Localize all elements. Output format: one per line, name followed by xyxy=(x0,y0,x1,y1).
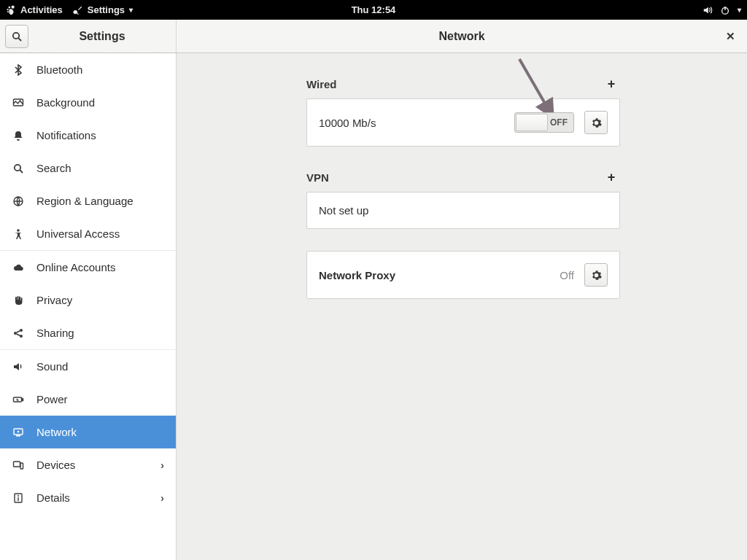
activities-button[interactable]: Activities xyxy=(6,4,63,15)
sidebar-item-online-accounts[interactable]: Online Accounts xyxy=(0,251,176,284)
svg-line-7 xyxy=(18,38,21,41)
sidebar-item-sharing[interactable]: Sharing xyxy=(0,316,176,349)
svg-point-14 xyxy=(20,329,23,332)
bell-icon xyxy=(12,130,25,141)
chevron-down-icon: ▾ xyxy=(129,6,133,14)
app-menu-label: Settings xyxy=(88,4,125,15)
system-menu-chevron-icon[interactable]: ▾ xyxy=(738,6,741,14)
svg-point-6 xyxy=(13,32,19,38)
proxy-card: Network Proxy Off xyxy=(306,251,620,299)
wired-connection-card: 10000 Mb/s OFF xyxy=(306,98,620,147)
sidebar-item-notifications[interactable]: Notifications xyxy=(0,119,176,152)
sidebar-item-power[interactable]: Power xyxy=(0,383,176,416)
speaker-topbar-icon[interactable] xyxy=(703,5,713,15)
titlebar-right: Network ✕ xyxy=(177,30,747,43)
gnome-topbar: Activities Settings ▾ Thu 12:54 ▾ xyxy=(0,0,747,20)
svg-point-24 xyxy=(18,495,19,497)
activities-label: Activities xyxy=(20,4,63,15)
cloud-icon xyxy=(12,262,25,273)
svg-point-3 xyxy=(7,11,9,12)
toggle-off-label: OFF xyxy=(550,117,568,128)
sidebar-item-label: Notifications xyxy=(36,129,96,141)
svg-point-15 xyxy=(20,335,23,338)
svg-rect-25 xyxy=(18,497,18,501)
sidebar-item-label: Power xyxy=(36,393,68,405)
tools-icon xyxy=(73,5,83,15)
plus-icon: + xyxy=(608,77,616,92)
settings-window: Settings Network ✕ BluetoothBackgroundNo… xyxy=(0,20,747,560)
sidebar-item-sound[interactable]: Sound xyxy=(0,350,176,383)
svg-point-12 xyxy=(17,229,20,232)
devices-icon xyxy=(12,459,25,471)
sidebar-item-label: Network xyxy=(36,426,77,438)
info-icon xyxy=(12,492,25,504)
background-icon xyxy=(12,97,25,109)
svg-point-20 xyxy=(18,430,20,432)
sidebar-item-label: Bluetooth xyxy=(36,63,82,76)
sidebar-item-network[interactable]: Network xyxy=(0,416,176,448)
sidebar-item-bluetooth[interactable]: Bluetooth xyxy=(0,53,176,86)
sidebar-item-search[interactable]: Search xyxy=(0,152,176,184)
gear-icon xyxy=(591,270,602,281)
svg-rect-21 xyxy=(14,462,20,467)
main-content: Wired + 10000 Mb/s OFF xyxy=(177,53,747,560)
search-icon xyxy=(12,163,25,174)
wired-section-header: Wired + xyxy=(306,75,620,93)
proxy-settings-button[interactable] xyxy=(584,263,608,287)
wired-toggle[interactable]: OFF xyxy=(514,112,574,133)
gear-icon xyxy=(591,117,602,128)
add-vpn-button[interactable]: + xyxy=(603,168,620,186)
close-icon: ✕ xyxy=(726,30,735,43)
sidebar-item-label: Sharing xyxy=(36,327,74,339)
svg-point-1 xyxy=(9,6,11,8)
globe-icon xyxy=(12,195,25,207)
svg-point-0 xyxy=(12,5,15,8)
proxy-title: Network Proxy xyxy=(319,269,395,281)
vpn-section-header: VPN + xyxy=(306,168,620,186)
vpn-card: Not set up xyxy=(306,192,620,229)
speaker-icon xyxy=(12,361,25,373)
network-icon xyxy=(12,427,25,438)
bluetooth-icon xyxy=(12,64,25,76)
page-title: Network xyxy=(438,30,484,43)
svg-rect-22 xyxy=(20,463,23,469)
power-topbar-icon[interactable] xyxy=(720,5,730,15)
sidebar-item-devices[interactable]: Devices› xyxy=(0,448,176,481)
svg-rect-17 xyxy=(22,398,23,400)
vpn-status-label: Not set up xyxy=(319,204,368,217)
sidebar-item-background[interactable]: Background xyxy=(0,86,176,119)
sidebar: BluetoothBackgroundNotificationsSearchRe… xyxy=(0,53,177,560)
sidebar-item-privacy[interactable]: Privacy xyxy=(0,284,176,316)
window-close-button[interactable]: ✕ xyxy=(719,26,741,47)
chevron-right-icon: › xyxy=(160,491,164,504)
sidebar-item-label: Region & Language xyxy=(36,195,133,207)
svg-point-9 xyxy=(15,164,20,170)
sidebar-item-details[interactable]: Details› xyxy=(0,481,176,514)
titlebar: Settings Network ✕ xyxy=(0,20,747,53)
add-wired-button[interactable]: + xyxy=(603,75,620,93)
sidebar-item-label: Universal Access xyxy=(36,228,120,240)
access-icon xyxy=(12,228,25,240)
vpn-title: VPN xyxy=(306,171,329,184)
svg-point-13 xyxy=(14,332,17,335)
sidebar-item-label: Sound xyxy=(36,360,68,373)
sidebar-item-region-language[interactable]: Region & Language xyxy=(0,184,176,217)
sidebar-item-universal-access[interactable]: Universal Access xyxy=(0,217,176,250)
gnome-foot-icon xyxy=(6,5,16,15)
titlebar-left: Settings xyxy=(0,20,177,52)
chevron-right-icon: › xyxy=(160,459,164,471)
wired-speed-label: 10000 Mb/s xyxy=(319,117,376,129)
sidebar-title: Settings xyxy=(28,30,176,43)
share-icon xyxy=(12,327,25,339)
wired-settings-button[interactable] xyxy=(584,111,608,134)
sidebar-dashed-divider xyxy=(0,52,176,53)
app-menu-button[interactable]: Settings ▾ xyxy=(73,4,133,15)
svg-line-10 xyxy=(20,170,23,173)
svg-point-2 xyxy=(7,8,8,9)
sidebar-item-label: Search xyxy=(36,162,71,174)
sidebar-item-label: Online Accounts xyxy=(36,261,115,273)
search-icon xyxy=(11,31,23,42)
search-button[interactable] xyxy=(5,25,28,48)
plus-icon: + xyxy=(608,170,616,185)
sidebar-item-label: Devices xyxy=(36,459,75,471)
